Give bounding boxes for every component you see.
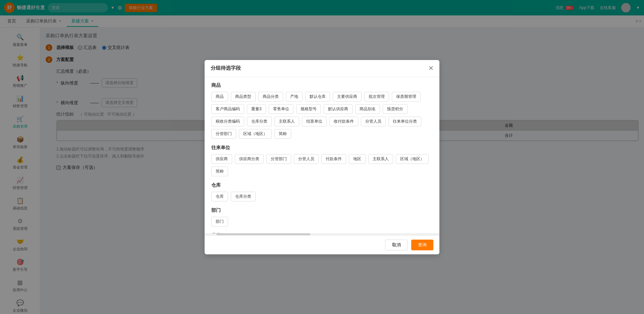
section-warehouse: 仓库 仓库 仓库分类: [211, 182, 433, 201]
tag-partner-8[interactable]: 区域（地区）: [396, 154, 429, 164]
modal-footer: 取消 查询: [205, 235, 439, 254]
section-goods: 商品 商品 商品类型 商品分类 产地 默认仓库 主要供应商 批次管理 保质期管理…: [211, 82, 433, 139]
section-goods-title: 商品: [211, 82, 433, 88]
tag-goods-21[interactable]: 分管人员: [361, 117, 386, 126]
confirm-button[interactable]: 查询: [411, 240, 433, 250]
tag-dept-1[interactable]: 部门: [211, 217, 228, 227]
tag-goods-25[interactable]: 简称: [274, 129, 291, 139]
section-dept-title: 部门: [211, 207, 433, 213]
modal-horizontal-scrollbar[interactable]: [205, 233, 439, 235]
tag-goods-8[interactable]: 保质期管理: [392, 92, 421, 102]
goods-tags: 商品 商品类型 商品分类 产地 默认仓库 主要供应商 批次管理 保质期管理 客户…: [211, 92, 433, 139]
modal-body[interactable]: 商品 商品 商品类型 商品分类 产地 默认仓库 主要供应商 批次管理 保质期管理…: [205, 77, 439, 234]
section-warehouse-title: 仓库: [211, 182, 433, 188]
tag-warehouse-2[interactable]: 仓库分类: [231, 192, 256, 201]
tag-goods-24[interactable]: 区域（地区）: [239, 129, 272, 139]
partner-tags: 供应商 供应商分类 分管部门 分管人员 付款条件 地区 主联系人 区域（地区） …: [211, 154, 433, 176]
tag-goods-13[interactable]: 默认供应商: [324, 104, 353, 114]
tag-goods-16[interactable]: 税收分类编码: [211, 117, 244, 126]
tag-goods-11[interactable]: 零售单位: [269, 104, 293, 114]
section-partner-title: 往来单位: [211, 145, 433, 151]
tag-goods-7[interactable]: 批次管理: [364, 92, 389, 102]
warehouse-tags: 仓库 仓库分类: [211, 192, 433, 201]
tag-goods-19[interactable]: 结算单位: [302, 117, 327, 126]
tag-goods-1[interactable]: 商品: [211, 92, 228, 102]
modal-close-icon[interactable]: ✕: [428, 65, 433, 72]
tag-partner-5[interactable]: 付款条件: [321, 154, 346, 164]
section-dept: 部门 部门: [211, 207, 433, 227]
tag-goods-4[interactable]: 产地: [286, 92, 303, 102]
tag-goods-10[interactable]: 重量3: [247, 104, 266, 114]
tag-warehouse-1[interactable]: 仓库: [211, 192, 228, 201]
modal-header: 分组待选字段 ✕: [205, 60, 439, 77]
tag-goods-20[interactable]: 收付款条件: [329, 117, 358, 126]
field-selector-modal: 分组待选字段 ✕ 商品 商品 商品类型 商品分类 产地 默认仓库 主要供应商 批…: [205, 60, 439, 254]
dept-tags: 部门: [211, 217, 433, 227]
tag-partner-4[interactable]: 分管人员: [294, 154, 319, 164]
tag-partner-2[interactable]: 供应商分类: [235, 154, 264, 164]
cancel-button[interactable]: 取消: [385, 240, 408, 250]
tag-goods-17[interactable]: 仓库分类: [247, 117, 272, 126]
tag-goods-2[interactable]: 商品类型: [231, 92, 256, 102]
tag-partner-1[interactable]: 供应商: [211, 154, 232, 164]
tag-partner-9[interactable]: 简称: [211, 167, 228, 176]
tag-goods-14[interactable]: 商品别名: [355, 104, 380, 114]
modal-overlay: 分组待选字段 ✕ 商品 商品 商品类型 商品分类 产地 默认仓库 主要供应商 批…: [0, 0, 644, 314]
tag-goods-6[interactable]: 主要供应商: [333, 92, 362, 102]
modal-title: 分组待选字段: [211, 65, 241, 71]
tag-partner-3[interactable]: 分管部门: [266, 154, 291, 164]
tag-goods-15[interactable]: 拣货积分: [383, 104, 408, 114]
tag-partner-7[interactable]: 主联系人: [368, 154, 393, 164]
tag-goods-9[interactable]: 客户商品编码: [211, 104, 244, 114]
tag-goods-23[interactable]: 分管部门: [211, 129, 236, 139]
tag-goods-12[interactable]: 规格型号: [296, 104, 321, 114]
tag-goods-5[interactable]: 默认仓库: [305, 92, 330, 102]
tag-goods-22[interactable]: 往来单位分类: [388, 117, 421, 126]
tag-goods-18[interactable]: 主联系人: [274, 117, 299, 126]
section-partner: 往来单位 供应商 供应商分类 分管部门 分管人员 付款条件 地区 主联系人 区域…: [211, 145, 433, 176]
tag-partner-6[interactable]: 地区: [349, 154, 366, 164]
tag-goods-3[interactable]: 商品分类: [258, 92, 283, 102]
